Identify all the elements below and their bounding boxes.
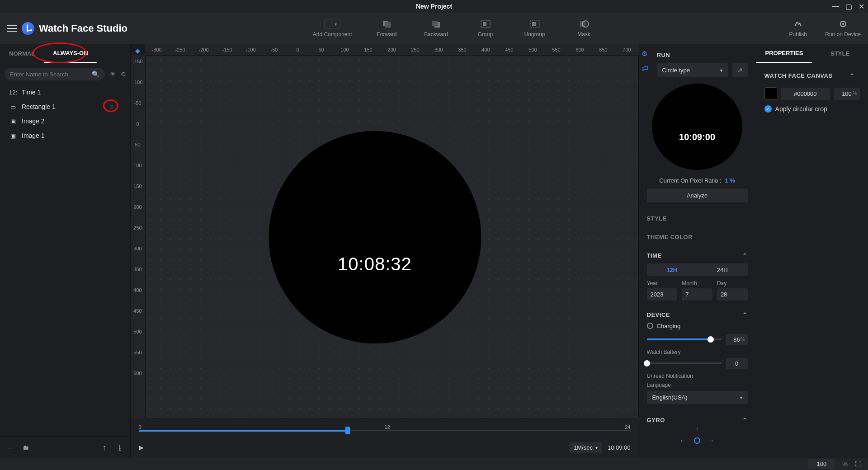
arrow-right-icon[interactable]: → — [708, 437, 715, 444]
collapse-icon[interactable]: ⌃ — [742, 311, 748, 318]
speed-select[interactable]: 1M/sec▾ — [569, 442, 602, 453]
charging-radio[interactable]: Charging — [639, 323, 756, 334]
layer-image-2[interactable]: ▣ Image 2 — [3, 114, 127, 128]
color-swatch[interactable] — [764, 87, 777, 100]
theme-heading: THEME COLOR — [647, 234, 693, 240]
canvas-heading: WATCH FACE CANVAS — [764, 72, 833, 79]
pixel-ratio-value: 1 % — [725, 177, 735, 184]
circular-crop-checkbox[interactable]: ✓ Apply circular crop — [762, 103, 863, 114]
publish-button[interactable]: Publish — [783, 19, 812, 38]
tab-always-on[interactable]: ALWAYS-ON — [44, 44, 97, 63]
timeline[interactable]: 0 12 24 — [131, 419, 639, 437]
collapse-icon[interactable]: ⌃ — [742, 252, 748, 259]
watch-face-preview: 10:08:32 — [269, 131, 481, 343]
close-icon[interactable]: ✕ — [859, 2, 864, 11]
svg-rect-1 — [385, 22, 391, 28]
download-icon[interactable]: ⭳ — [117, 444, 123, 451]
time-format-toggle[interactable]: 12H 24H — [647, 263, 748, 276]
folder-icon[interactable]: 🖿 — [23, 444, 29, 451]
layer-image-1[interactable]: ▣ Image 1 — [3, 128, 127, 143]
maximize-icon[interactable]: ▢ — [845, 2, 852, 11]
timeline-playhead[interactable] — [345, 427, 350, 434]
language-select[interactable]: English(USA)▾ — [647, 391, 748, 404]
year-field[interactable]: 2023 — [647, 288, 678, 301]
sliders-icon[interactable]: ⚙ — [642, 50, 651, 58]
minimize-icon[interactable]: — — [832, 2, 839, 11]
layers-panel: NORMAL ALWAYS-ON 🔍 👁 ⟲ 12: Time 1 ▭ Rect… — [0, 44, 131, 458]
run-on-device-button[interactable]: Run on Device — [825, 19, 861, 38]
layer-rectangle[interactable]: ▭ Rectangle 1 ⊘ — [3, 99, 127, 114]
battery-label: Watch Battery — [639, 349, 756, 358]
collapse-icon[interactable]: ⌃ — [849, 72, 855, 79]
search-input[interactable]: 🔍 — [5, 68, 105, 80]
battery-slider[interactable] — [647, 338, 722, 340]
svg-rect-7 — [532, 22, 536, 26]
notification-slider[interactable] — [647, 362, 722, 364]
window-title: New Project — [416, 3, 452, 10]
tab-style[interactable]: STYLE — [812, 44, 868, 63]
layers-tool-icon[interactable]: ◆ — [135, 47, 140, 54]
opacity-field[interactable]: 100% — [834, 88, 860, 100]
svg-rect-5 — [483, 22, 486, 26]
titlebar: New Project — ▢ ✕ — [0, 0, 868, 13]
analyze-button[interactable]: Analyze — [647, 188, 748, 202]
visibility-all-icon[interactable]: 👁 — [109, 70, 116, 78]
time-12h-option[interactable]: 12H — [647, 263, 698, 276]
app-logo-icon — [22, 22, 34, 35]
ungroup-button[interactable]: Ungroup — [520, 19, 549, 38]
canvas[interactable]: 10:08:32 — [145, 55, 639, 419]
language-label: Language — [639, 382, 756, 391]
playback-time: 10:09:00 — [608, 444, 631, 451]
zoom-percent-label: % — [842, 461, 848, 467]
open-external-icon[interactable]: ↗ — [732, 63, 748, 77]
shape-select[interactable]: Circle type▾ — [657, 63, 728, 77]
gyro-control[interactable]: ↑ ← → — [681, 428, 713, 453]
tag-icon[interactable]: 🏷 — [642, 64, 651, 72]
zoom-field[interactable]: 100 — [808, 459, 835, 469]
color-hex-field[interactable]: #000000 — [781, 88, 830, 100]
preview-time-text: 10:09:00 — [679, 132, 715, 142]
time-heading: TIME — [647, 252, 662, 259]
time-24h-option[interactable]: 24H — [697, 263, 748, 276]
day-field[interactable]: 28 — [717, 288, 748, 301]
tab-properties[interactable]: PROPERTIES — [756, 44, 812, 63]
month-field[interactable]: 7 — [682, 288, 712, 301]
arrow-left-icon[interactable]: ← — [679, 437, 686, 444]
fit-screen-icon[interactable]: ⛶ — [855, 461, 861, 467]
layer-time[interactable]: 12: Time 1 — [3, 85, 127, 99]
hidden-indicator-icon[interactable]: ⊘ — [109, 103, 114, 110]
status-bar: 100 % ⛶ — [0, 458, 868, 470]
canvas-area: ◆ -300-250-200-150-100-50050100150200250… — [131, 44, 639, 458]
gyro-center-icon[interactable] — [694, 437, 700, 444]
notification-value[interactable]: 0 — [726, 358, 748, 369]
remove-layer-icon[interactable]: — — [7, 444, 14, 451]
battery-value[interactable]: 86% — [726, 334, 748, 345]
main-toolbar: Watch Face Studio ▾ Add Component Forwar… — [0, 13, 868, 44]
app-name: Watch Face Studio — [39, 23, 127, 34]
play-icon[interactable]: ▶ — [139, 444, 144, 451]
group-button[interactable]: Group — [471, 19, 500, 38]
collapse-icon[interactable]: ⌃ — [742, 417, 748, 423]
check-icon: ✓ — [764, 105, 772, 113]
device-heading: DEVICE — [647, 311, 670, 318]
style-heading: STYLE — [647, 215, 667, 222]
run-preview: 10:09:00 — [652, 84, 742, 170]
tab-normal[interactable]: NORMAL — [0, 44, 44, 63]
refresh-icon[interactable]: ⟲ — [120, 70, 126, 78]
forward-button[interactable]: Forward — [373, 19, 401, 38]
add-component-button[interactable]: ▾ Add Component — [313, 19, 352, 38]
mask-button[interactable]: Mask — [570, 19, 599, 38]
backward-button[interactable]: Backward — [422, 19, 451, 38]
upload-icon[interactable]: ⭱ — [101, 444, 108, 451]
properties-panel: PROPERTIES STYLE WATCH FACE CANVAS⌃ #000… — [756, 44, 868, 458]
menu-icon[interactable] — [7, 25, 17, 32]
vertical-ruler: -150-100-5005010015020025030035040045050… — [131, 55, 145, 419]
search-icon[interactable]: 🔍 — [92, 70, 99, 78]
svg-rect-3 — [432, 21, 438, 26]
notification-label: Unread Notification — [639, 373, 756, 382]
arrow-up-icon[interactable]: ↑ — [696, 425, 699, 432]
search-field[interactable] — [10, 71, 88, 78]
timeline-track[interactable]: 0 12 24 — [139, 425, 631, 431]
clock-icon: 12: — [9, 89, 17, 96]
rectangle-icon: ▭ — [9, 103, 17, 110]
